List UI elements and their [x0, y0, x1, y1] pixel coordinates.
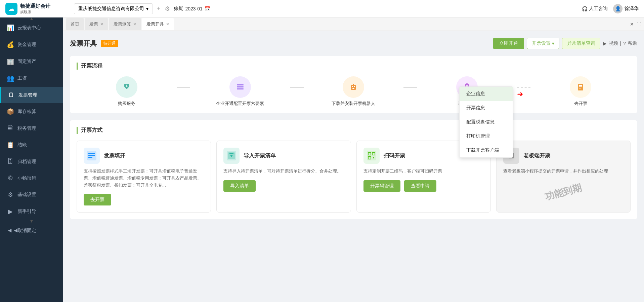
fixed-assets-icon: 🏢 [7, 58, 14, 65]
svg-rect-22 [88, 155, 95, 156]
inventory-icon: 📦 [7, 108, 14, 115]
svg-rect-17 [579, 85, 582, 86]
dropdown-item-invoice-info[interactable]: 开票信息 [460, 101, 513, 115]
step-1-circle [116, 76, 137, 98]
svg-rect-7 [352, 86, 353, 87]
flow-step-5: 去开票 [530, 76, 631, 107]
method-card-import-list: 导入开票清单 支持导入待开票清单，可对待开票清单进行拆分、合并处理。 导入清单 [216, 141, 351, 213]
tab-invoice[interactable]: 发票 ✕ [85, 18, 108, 30]
period-info: 账期 2023-01 📅 [174, 6, 210, 12]
dropdown-item-printer-mgmt[interactable]: 打印机管理 [460, 129, 513, 143]
step-5-circle [570, 76, 591, 98]
svg-rect-23 [88, 157, 92, 158]
sidebar-item-cloud-report[interactable]: 📊 云报表中心 [0, 20, 63, 36]
headset-icon: 🎧 [582, 6, 588, 11]
flow-section-title: 开票流程 [77, 63, 631, 70]
tab-maximize-button[interactable]: ⛶ [637, 22, 641, 27]
svg-rect-18 [579, 86, 582, 87]
content-area: 首页 发票 ✕ 发票测算 ✕ 发票开具 ✕ ✕ ⛶ [63, 17, 644, 302]
sidebar-item-tax-mgmt[interactable]: 🏛 税务管理 [0, 120, 63, 137]
invoice-mgmt-icon: 🗒 [8, 91, 15, 99]
sidebar-item-fund-mgmt[interactable]: 💰 资金管理 [0, 36, 63, 53]
sidebar-label-settlement: 结账 [17, 142, 27, 148]
flow-step-2: 企业开通配置开票六要素 [190, 76, 290, 107]
app-sub: 旗舰版 [20, 9, 50, 14]
step-2-circle [229, 76, 251, 98]
dropdown-item-config-tax[interactable]: 配置税盘信息 [460, 115, 513, 129]
svg-rect-5 [237, 88, 244, 89]
sidebar-item-inventory[interactable]: 📦 库存核算 [0, 103, 63, 120]
logo-area: ☁ 畅捷通好会计 旗舰版 [5, 3, 69, 15]
sidebar-label-new-guide: 新手引导 [17, 209, 36, 215]
video-label: 视频 [609, 40, 618, 46]
page-content: 发票开具 待开通 立即开通 开票设置 ▾ 异常清单查询 [63, 31, 644, 302]
fund-mgmt-icon: 💰 [7, 41, 14, 48]
tab-actions: ✕ ⛶ [630, 22, 641, 27]
invoice-icon [575, 82, 586, 92]
consulting-label: 人工咨询 [589, 6, 608, 12]
avatar-icon: 👤 [615, 6, 621, 11]
method-btn-3b[interactable]: 查看申请 [404, 180, 436, 192]
config-icon [235, 82, 246, 92]
sidebar-item-mini-report[interactable]: © 小畅报销 [0, 170, 63, 186]
method-btn-1[interactable]: 去开票 [84, 194, 111, 205]
divider: | [620, 41, 621, 46]
svg-rect-27 [229, 153, 233, 154]
chevron-down-icon: ▾ [552, 41, 554, 46]
dropdown-chevron-icon: ▾ [146, 6, 148, 11]
tab-home[interactable]: 首页 [66, 18, 84, 30]
svg-rect-9 [352, 88, 354, 89]
methods-section: 开票方式 [70, 120, 637, 219]
method-btn-2[interactable]: 导入清单 [223, 180, 256, 192]
flow-section: 开票流程 购买服务 [70, 56, 637, 113]
tab-invoice-close[interactable]: ✕ [100, 22, 103, 27]
activate-button[interactable]: 立即开通 [493, 38, 524, 49]
svg-rect-8 [354, 86, 355, 87]
dropdown-item-company-info[interactable]: 企业信息 [460, 87, 513, 101]
page-title-area: 发票开具 待开通 [70, 39, 118, 48]
tab-invoice-calc-close[interactable]: ✕ [133, 22, 136, 27]
tab-invoice-issue-close[interactable]: ✕ [166, 22, 169, 27]
tax-mgmt-icon: 🏛 [7, 125, 14, 132]
settings-button[interactable]: ⚙ [165, 5, 170, 12]
company-selector[interactable]: 重庆畅捷交通信息咨询有限公司 ▾ [74, 3, 153, 14]
tab-invoice-label: 发票 [89, 21, 98, 27]
method-card-boss: 老板端开票 查看老板端小程序提交的开票申请，并作出相应的处理 功能到期 [496, 141, 631, 213]
step-5-label: 去开票 [574, 101, 587, 107]
sidebar-item-new-guide[interactable]: ▶ 新手引导 [0, 203, 63, 220]
help-label: 帮助 [628, 40, 637, 46]
manual-fill-icon [84, 148, 100, 164]
method-card-manual-fill: 发票填开 支持按照发票样式手工填开发票；可开具增值税电子普通发票、增值税普通发票… [77, 141, 211, 213]
svg-rect-3 [237, 84, 244, 85]
abnormal-list-button[interactable]: 异常清单查询 [562, 38, 600, 49]
page-title: 发票开具 [70, 39, 97, 48]
method-title-4: 老板端开票 [523, 152, 550, 159]
method-title-1: 发票填开 [104, 152, 125, 159]
sidebar-item-fixed-assets[interactable]: 🏢 固定资产 [0, 53, 63, 70]
consulting-button[interactable]: 🎧 人工咨询 [582, 6, 608, 12]
add-button[interactable]: + [157, 5, 161, 12]
tab-close-button[interactable]: ✕ [630, 22, 634, 27]
calendar-icon[interactable]: 📅 [205, 6, 210, 11]
settings-button[interactable]: 开票设置 ▾ [527, 38, 559, 49]
method-btn-3a[interactable]: 开票码管理 [363, 180, 400, 192]
video-help[interactable]: ▶ 视频 | ? 帮助 [603, 40, 637, 46]
cancel-fixed-icon: ◄◄ [7, 227, 14, 234]
sidebar-item-invoice-mgmt[interactable]: 🗒 发票管理 [0, 87, 63, 103]
sidebar-item-payroll[interactable]: 👥 工资 [0, 70, 63, 87]
user-avatar: 👤 [613, 4, 622, 13]
payroll-icon: 👥 [7, 75, 14, 82]
dropdown-item-download-client[interactable]: 下载开票客户端 [460, 143, 513, 157]
flow-step-3: 下载并安装开票机器人 [304, 76, 404, 107]
user-info[interactable]: 👤 徐泽华 [613, 4, 639, 13]
tab-invoice-issue[interactable]: 发票开具 ✕ [142, 18, 174, 30]
sidebar-item-basic-settings[interactable]: ⚙ 基础设置 [0, 186, 63, 203]
sidebar-item-settlement[interactable]: 📋 结账 [0, 137, 63, 153]
tab-home-label: 首页 [71, 21, 79, 27]
sidebar-item-archive-mgmt[interactable]: 🗄 归档管理 [0, 153, 63, 170]
top-bar-right: 🎧 人工咨询 👤 徐泽华 [582, 4, 639, 13]
tab-invoice-calc[interactable]: 发票测算 ✕ [109, 18, 141, 30]
svg-rect-21 [88, 153, 95, 154]
sidebar-item-cancel-fixed[interactable]: ◄◄ 取消固定 [0, 222, 63, 239]
sidebar-label-payroll: 工资 [17, 75, 27, 81]
